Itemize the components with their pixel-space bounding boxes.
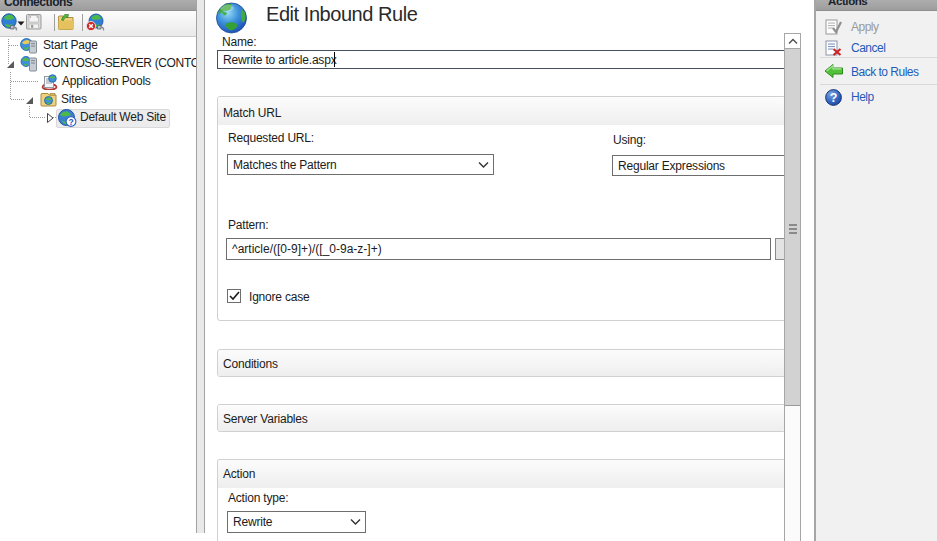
svg-text:?: ? bbox=[68, 117, 73, 127]
svg-text:?: ? bbox=[830, 91, 838, 105]
